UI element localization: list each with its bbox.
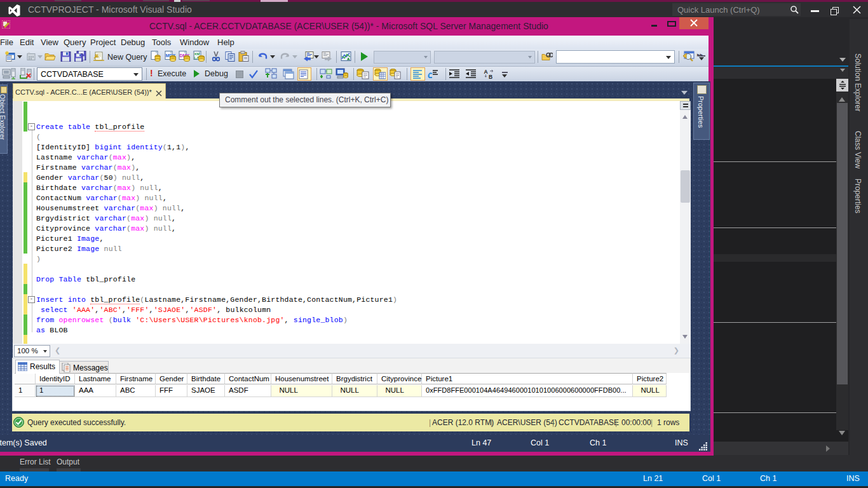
svg-text:A: A: [484, 69, 488, 75]
svg-text:B: B: [489, 74, 492, 79]
